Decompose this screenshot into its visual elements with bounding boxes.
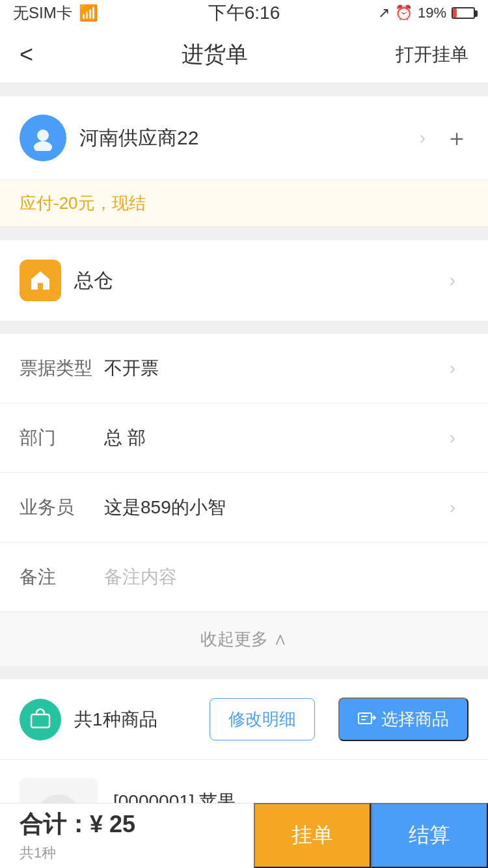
section-gap-4 xyxy=(0,666,488,679)
location-icon: ↗ xyxy=(378,5,390,21)
total-label: 合计： xyxy=(20,811,90,837)
department-chevron-icon: › xyxy=(450,427,455,448)
svg-rect-4 xyxy=(359,713,372,724)
invoice-value: 不开票 xyxy=(104,356,450,381)
select-product-label: 选择商品 xyxy=(381,708,449,731)
cart-icon xyxy=(29,708,52,731)
total-amount: 合计：¥ 25 xyxy=(20,809,234,841)
warehouse-chevron-icon: › xyxy=(450,270,455,291)
open-pending-button[interactable]: 打开挂单 xyxy=(396,42,468,67)
edit-detail-button[interactable]: 修改明细 xyxy=(210,698,315,740)
collapse-row[interactable]: 收起更多 ∧ xyxy=(0,612,488,666)
total-value: ¥ 25 xyxy=(90,811,135,837)
battery-text: 19% xyxy=(418,5,446,21)
supplier-avatar xyxy=(20,115,66,161)
svg-marker-2 xyxy=(31,271,49,290)
section-gap-3 xyxy=(0,321,488,334)
supplier-section: 河南供应商22 › ＋ 应付-20元，现结 xyxy=(0,96,488,227)
department-row[interactable]: 部门 总 部 › xyxy=(0,403,488,473)
supplier-name: 河南供应商22 xyxy=(79,125,420,152)
home-icon xyxy=(29,269,52,292)
section-gap-1 xyxy=(0,83,488,96)
sales-value: 这是859的小智 xyxy=(104,495,450,520)
notice-banner: 应付-20元，现结 xyxy=(0,180,488,227)
invoice-label: 票据类型 xyxy=(20,356,104,381)
invoice-row[interactable]: 票据类型 不开票 › xyxy=(0,334,488,403)
department-label: 部门 xyxy=(20,426,104,450)
page-title: 进货单 xyxy=(182,40,248,70)
sales-label: 业务员 xyxy=(20,495,104,520)
svg-point-1 xyxy=(34,141,52,151)
product-count-text: 共1种商品 xyxy=(74,707,197,732)
signal-text: 无SIM卡 xyxy=(13,3,72,23)
warehouse-name: 总仓 xyxy=(74,267,450,294)
remark-row[interactable]: 备注 备注内容 xyxy=(0,543,488,612)
select-product-button[interactable]: 选择商品 xyxy=(338,698,468,741)
footer-total: 合计：¥ 25 共1种 xyxy=(0,803,254,868)
products-header: 共1种商品 修改明细 选择商品 xyxy=(0,679,488,759)
supplier-chevron-icon: › xyxy=(420,128,426,148)
add-button[interactable]: ＋ xyxy=(445,122,468,154)
total-sub: 共1种 xyxy=(20,843,234,863)
alarm-icon: ⏰ xyxy=(395,5,413,21)
warehouse-section: 总仓 › xyxy=(0,240,488,321)
products-icon xyxy=(20,699,61,740)
supplier-row[interactable]: 河南供应商22 › ＋ xyxy=(0,96,488,180)
svg-rect-3 xyxy=(31,714,49,727)
form-section: 票据类型 不开票 › 部门 总 部 › 业务员 这是859的小智 › 备注 备注… xyxy=(0,334,488,612)
footer: 合计：¥ 25 共1种 挂单 结算 xyxy=(0,803,488,868)
warehouse-row[interactable]: 总仓 › xyxy=(0,240,488,321)
section-gap-2 xyxy=(0,227,488,240)
status-left: 无SIM卡 📶 xyxy=(13,3,98,23)
status-time: 下午6:16 xyxy=(208,1,280,25)
remark-input[interactable]: 备注内容 xyxy=(104,565,468,590)
sales-chevron-icon: › xyxy=(450,497,455,518)
invoice-chevron-icon: › xyxy=(450,358,455,379)
department-value: 总 部 xyxy=(104,426,450,450)
sales-row[interactable]: 业务员 这是859的小智 › xyxy=(0,473,488,543)
svg-point-0 xyxy=(37,129,49,141)
avatar-icon xyxy=(30,125,56,151)
back-button[interactable]: < xyxy=(20,41,33,68)
warehouse-icon xyxy=(20,260,61,301)
remark-label: 备注 xyxy=(20,565,104,590)
select-product-icon xyxy=(358,712,376,727)
checkout-button[interactable]: 结算 xyxy=(371,803,488,868)
nav-bar: < 进货单 打开挂单 xyxy=(0,26,488,83)
wifi-icon: 📶 xyxy=(79,4,98,22)
status-right: ↗ ⏰ 19% xyxy=(378,5,475,21)
status-bar: 无SIM卡 📶 下午6:16 ↗ ⏰ 19% xyxy=(0,0,488,26)
suspend-button[interactable]: 挂单 xyxy=(254,803,371,868)
battery-icon xyxy=(452,7,475,19)
